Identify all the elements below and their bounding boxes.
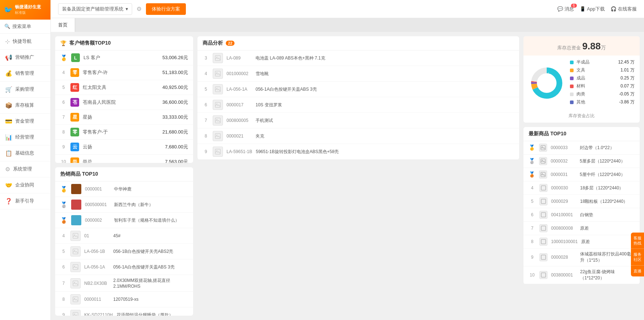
- notification-button[interactable]: 💬 消息 6: [557, 6, 574, 12]
- product-item: 5 LA-056-1B 056-1B白色按键开关壳ABS2壳: [55, 244, 193, 259]
- product-code: 0000017: [227, 102, 252, 107]
- chevron-down-icon: ▾: [126, 6, 128, 12]
- sidebar-item-finance[interactable]: 💳 资金管理: [0, 114, 50, 130]
- silver-medal-icon: 🥈: [529, 158, 535, 164]
- rank-number: 7: [60, 281, 67, 286]
- page-tabs: 首页: [51, 18, 644, 32]
- sidebar-item-marketing[interactable]: 📢 营销推广: [0, 50, 50, 66]
- sidebar-item-operation[interactable]: 📊 经营管理: [0, 130, 50, 145]
- nav-icon: 💰: [5, 70, 12, 77]
- latest-name: 18颗粒板（1220*2440）: [580, 198, 635, 205]
- bronze-medal-icon: 🥉: [60, 217, 68, 224]
- latest-thumbnail: [539, 171, 547, 179]
- customer-amount: 40,925.00元: [162, 84, 188, 91]
- product-item: 7 NB2.0X30B 2.0X30MM双搓花轴,搓花直径2.1MM/ROHS: [55, 275, 193, 292]
- inventory-total-value: 9.88: [582, 41, 601, 52]
- latest-thumbnail: [539, 224, 547, 232]
- analysis-badge: 22: [226, 41, 235, 46]
- sidebar-item-system[interactable]: ⚙ 系统管理: [0, 161, 50, 177]
- rank-number: 4: [60, 233, 67, 238]
- cs-live[interactable]: 直播: [631, 266, 644, 276]
- product-thumbnail: [213, 53, 223, 63]
- legend-item: 成品 0.25 万: [570, 75, 635, 81]
- customer-ranking-item: 8 零 零售客户-于 21,680.00元: [55, 125, 193, 140]
- rank-number: 8: [529, 239, 536, 244]
- trial-button[interactable]: 体验行业方案: [146, 3, 186, 15]
- rank-number: 7: [203, 118, 209, 123]
- legend-label: 文具: [576, 67, 610, 73]
- product-item: 🥇 0000001 中华神鹿: [55, 181, 193, 197]
- svg-rect-43: [541, 273, 546, 277]
- cs-community[interactable]: 服务社区: [631, 249, 644, 266]
- legend-value: 1.01 万: [613, 67, 635, 73]
- rank-number: 8: [203, 134, 209, 139]
- app-download-button[interactable]: 📱 App下载: [580, 6, 605, 12]
- customer-ranking-item: 10 尚 尚总 7,563.00元: [55, 155, 193, 163]
- product-thumbnail: [213, 84, 223, 94]
- customer-name: 尚总: [83, 159, 161, 163]
- product-item: 6 LA-056-1A 056-1A白色按键开关盖ABS 3壳: [55, 259, 193, 275]
- svg-rect-41: [541, 239, 546, 244]
- sidebar-search[interactable]: 🔍 搜索菜单: [0, 20, 50, 34]
- sidebar-item-label: 系统管理: [13, 166, 32, 172]
- inventory-donut-chart: [529, 65, 565, 101]
- latest-code: 0000030: [551, 185, 576, 190]
- legend-item: 文具 1.01 万: [570, 67, 635, 73]
- latest-item: 6 004100001 白钢垫: [523, 208, 640, 222]
- svg-rect-38: [541, 199, 546, 204]
- rank-number: 4: [60, 70, 67, 75]
- product-thumbnail: [71, 184, 81, 194]
- product-name: 056-1B白色按键开关壳ABS2壳: [113, 249, 188, 255]
- bronze-medal-icon: 🥉: [529, 171, 535, 178]
- product-thumbnail: [213, 131, 223, 141]
- latest-item: 🥇 0000033 封边带（1.0*22）: [523, 141, 640, 155]
- product-code: LA-056-1A: [227, 87, 252, 92]
- tab-home[interactable]: 首页: [51, 18, 75, 32]
- left-column: 🏆 客户销售额TOP10 🥇 L LS 客户 53,006.26元: [55, 36, 193, 316]
- main: 装备及固定资产辅助管理系统 ▾ ⚙ 体验行业方案 💬 消息 6 📱 App下载 …: [51, 0, 644, 320]
- system-selector[interactable]: 装备及固定资产辅助管理系统 ▾: [58, 3, 132, 15]
- sidebar-item-sales[interactable]: 💰 销售管理: [0, 66, 50, 82]
- rank-number: 5: [529, 199, 536, 204]
- product-code: 000500001: [85, 202, 110, 207]
- product-thumbnail: [70, 246, 81, 257]
- sidebar-item-inventory[interactable]: 📦 库存核算: [0, 98, 50, 114]
- trophy-icon: 🏆: [60, 40, 66, 46]
- online-service-button[interactable]: 🎧 在线客服: [611, 6, 637, 12]
- latest-name: 18多层（1220*2440）: [580, 185, 635, 191]
- sidebar-item-cooperation[interactable]: 🤝 企业协同: [0, 177, 50, 193]
- customer-amount: 53,006.26元: [162, 54, 188, 61]
- sidebar-item-quick-nav[interactable]: ⊹ 快捷导航: [0, 34, 50, 50]
- product-thumbnail: [70, 231, 81, 241]
- nav-icon: ❓: [5, 198, 12, 205]
- cs-hotline[interactable]: 客服热线: [631, 233, 644, 249]
- customer-name: 苍南县人民医院: [83, 99, 159, 106]
- latest-item: 🥈 0000032 5厘多层（1220*2440）: [523, 155, 640, 168]
- sidebar-item-basic[interactable]: 📋 基础信息: [0, 145, 50, 161]
- product-code: 000800005: [227, 118, 252, 123]
- sidebar-item-label: 营销推广: [15, 54, 34, 61]
- sidebar-item-purchase[interactable]: 🛒 采购管理: [0, 82, 50, 98]
- rank-number: 6: [529, 212, 536, 217]
- latest-name: 白钢垫: [580, 212, 635, 218]
- product-item: 🥉 0000002 智利车子里（规格不知道填什么）: [55, 213, 193, 228]
- hot-products-header: 热销商品 TOP10: [55, 167, 193, 181]
- product-code: 0000011: [84, 297, 110, 302]
- sidebar-item-label: 库存核算: [15, 102, 34, 108]
- sidebar-header: 🐦 畅捷通好生意 标准版: [0, 0, 50, 20]
- latest-item: 5 0000029 18颗粒板（1220*2440）: [523, 195, 640, 208]
- product-thumbnail: [213, 100, 223, 110]
- svg-rect-39: [541, 213, 546, 217]
- legend-color-dot: [570, 61, 574, 64]
- product-thumbnail: [71, 200, 81, 210]
- nav-icon: 📋: [5, 150, 12, 157]
- product-item: 4 01 45#: [55, 228, 193, 244]
- product-code: LA-056-1B: [84, 249, 110, 254]
- settings-icon[interactable]: ⚙: [136, 5, 142, 12]
- inventory-footer-label: 库存资金占比: [523, 111, 640, 123]
- product-item: 🥈 000500001 新西兰牛肉（新牛）: [55, 197, 193, 213]
- sidebar-item-guide[interactable]: ❓ 新手引导: [0, 193, 50, 209]
- product-code: KK-SD22110H: [84, 312, 113, 316]
- analysis-item: 6 0000017 10S 变扭罗浆: [197, 97, 519, 113]
- product-code: 01: [84, 233, 110, 238]
